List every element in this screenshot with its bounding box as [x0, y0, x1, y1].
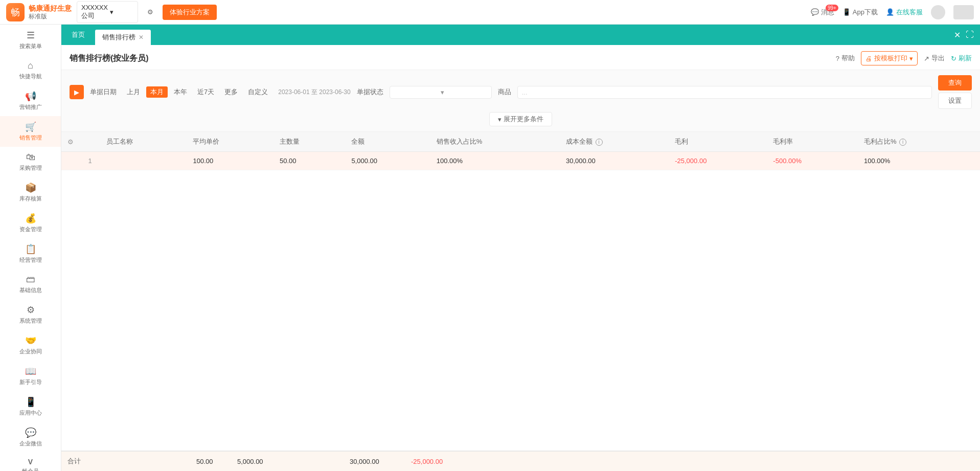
- table-row: 1 100.00 50.00 5,000.00 100.00% 30,000.0…: [61, 152, 980, 170]
- cell-settings: [61, 152, 80, 170]
- sidebar-item-inventory[interactable]: 📦 库存核算: [0, 177, 61, 208]
- date-tab-7days[interactable]: 近7天: [193, 86, 218, 98]
- filter-arrow-button[interactable]: ▶: [70, 85, 84, 99]
- trial-button[interactable]: 体验行业方案: [163, 5, 217, 20]
- footer-sales-pct: [282, 458, 344, 465]
- cost-info-icon[interactable]: i: [596, 139, 603, 146]
- app-download-button[interactable]: 📱 App下载: [842, 8, 878, 17]
- sidebar-item-enterprise[interactable]: 🤝 企业协同: [0, 330, 61, 361]
- help-button[interactable]: ? 帮助: [836, 54, 855, 63]
- page-header: 销售排行榜(按业务员) ? 帮助 🖨 按模板打印 ▾ ↗: [61, 45, 980, 70]
- message-button[interactable]: 💬 消息 99+: [811, 8, 834, 17]
- refresh-icon: ↻: [951, 55, 956, 62]
- top-bar: 畅 畅康通好生意 标准版 XXXXXX公司 ▾ ⚙ 体验行业方案 💬 消息 99…: [0, 0, 980, 25]
- sidebar-item-marketing[interactable]: 📢 营销推广: [0, 85, 61, 116]
- sidebar-item-label: 经营管理: [19, 256, 42, 264]
- sidebar-item-sales[interactable]: 🛒 销售管理: [0, 116, 61, 147]
- table-header-row: ⚙ 员工名称 平均单价 主数量 全额 销售收入占比% 成本全额 i 毛利 毛: [61, 132, 980, 152]
- sidebar-item-quicknav[interactable]: ⌂ 快捷导航: [0, 55, 61, 85]
- tab-controls: ✕ ⛶: [948, 30, 980, 40]
- money-icon: 💰: [25, 213, 36, 224]
- message-icon: 💬: [811, 8, 819, 16]
- filter-bar: ▶ 单据日期 上月 本月 本年 近7天 更多 自定义 2023-06-01 至 …: [61, 70, 980, 132]
- goods-label: 商品: [498, 87, 511, 97]
- date-tab-custom[interactable]: 自定义: [244, 86, 272, 98]
- sidebar-item-label: 库存核算: [19, 195, 42, 203]
- sidebar-item-basics[interactable]: 🗃 基础信息: [0, 269, 61, 299]
- export-button[interactable]: ↗ 导出: [924, 54, 945, 63]
- gear-icon: ⚙: [27, 304, 35, 316]
- sidebar-item-operations[interactable]: 📋 经营管理: [0, 238, 61, 269]
- cell-amount: 5,000.00: [345, 152, 430, 170]
- cell-cost: 30,000.00: [560, 152, 669, 170]
- sidebar-item-finance[interactable]: 💰 资金管理: [0, 208, 61, 238]
- table-footer: 合计 50.00 5,000.00 30,000.00 -25,000.00: [61, 451, 980, 471]
- col-amount: 全额: [345, 132, 430, 152]
- filter-row: ▶ 单据日期 上月 本月 本年 近7天 更多 自定义 2023-06-01 至 …: [70, 75, 972, 109]
- table-container: ⚙ 员工名称 平均单价 主数量 全额 销售收入占比% 成本全额 i 毛利 毛: [61, 132, 980, 451]
- app-logo: 畅: [6, 3, 25, 21]
- top-bar-left: 畅 畅康通好生意 标准版: [6, 3, 72, 21]
- message-badge: 99+: [826, 5, 838, 11]
- footer-gross-profit: -25,000.00: [405, 458, 466, 465]
- database-icon: 🗃: [26, 274, 35, 285]
- sidebar-item-label: 企业微信: [19, 440, 42, 447]
- wechat-icon: 💬: [25, 427, 36, 438]
- col-settings: ⚙: [61, 132, 80, 152]
- member-icon: V: [28, 458, 33, 466]
- maximize-icon[interactable]: ⛶: [966, 30, 974, 39]
- tab-sales-ranking[interactable]: 销售排行榜 ✕: [95, 30, 151, 45]
- status-select[interactable]: ▾: [390, 86, 492, 99]
- page-title: 销售排行榜(按业务员): [70, 53, 149, 64]
- main-area: ☰ 搜索菜单 ⌂ 快捷导航 📢 营销推广 🛒 销售管理 🛍 采购管理 📦 库: [0, 25, 980, 471]
- download-icon: 📱: [842, 8, 851, 16]
- col-rank: [80, 132, 100, 152]
- cart-icon: 🛒: [25, 121, 36, 132]
- footer-cells: 50.00 5,000.00 30,000.00 -25,000.00: [129, 458, 974, 465]
- close-window-icon[interactable]: ✕: [954, 30, 961, 40]
- sidebar-item-search[interactable]: ☰ 搜索菜单: [0, 25, 61, 55]
- date-tab-this-month[interactable]: 本月: [146, 86, 168, 98]
- expand-conditions-button[interactable]: ▾ 展开更多条件: [489, 112, 552, 126]
- refresh-button[interactable]: ↻ 刷新: [951, 54, 972, 63]
- goods-input[interactable]: ...: [517, 86, 932, 99]
- sidebar-item-label: 营销推广: [19, 103, 42, 111]
- company-selector[interactable]: XXXXXX公司 ▾: [77, 1, 138, 23]
- sidebar-item-label: 畅会员: [22, 467, 39, 471]
- avatar-text: [953, 5, 974, 19]
- sidebar-item-purchase[interactable]: 🛍 采购管理: [0, 147, 61, 177]
- avatar[interactable]: [931, 5, 945, 19]
- cell-gross-margin: -500.00%: [767, 152, 858, 170]
- set-button[interactable]: 设置: [938, 93, 972, 109]
- tab-home[interactable]: 首页: [61, 25, 95, 45]
- megaphone-icon: 📢: [25, 91, 36, 102]
- service-icon: 👤: [886, 8, 894, 16]
- date-tab-last-month[interactable]: 上月: [123, 86, 144, 98]
- chevron-down-icon: ▾: [498, 116, 502, 123]
- apps-icon: 📱: [25, 396, 36, 408]
- query-button[interactable]: 查询: [938, 75, 972, 91]
- date-tab-this-year[interactable]: 本年: [170, 86, 191, 98]
- sidebar-item-label: 应用中心: [19, 409, 42, 417]
- sidebar-item-guide[interactable]: 📖 新手引导: [0, 361, 61, 391]
- template-print-button[interactable]: 🖨 按模板打印 ▾: [861, 51, 918, 65]
- sidebar-item-apps[interactable]: 📱 应用中心: [0, 391, 61, 422]
- sidebar-item-wechat[interactable]: 💬 企业微信: [0, 422, 61, 453]
- col-employee-name: 员工名称: [100, 132, 187, 152]
- print-icon: 🖨: [865, 55, 872, 62]
- online-service-button[interactable]: 👤 在线客服: [886, 8, 923, 17]
- date-tab-more[interactable]: 更多: [220, 86, 242, 98]
- home-icon: ⌂: [28, 60, 33, 71]
- gross-pct-info-icon[interactable]: i: [899, 139, 906, 146]
- settings-button[interactable]: ⚙: [143, 5, 157, 19]
- column-settings-icon[interactable]: ⚙: [67, 138, 74, 146]
- footer-qty: 50.00: [190, 458, 231, 465]
- table-body: 1 100.00 50.00 5,000.00 100.00% 30,000.0…: [61, 152, 980, 170]
- help-icon: ?: [836, 55, 839, 62]
- sidebar-item-label: 基础信息: [19, 286, 42, 294]
- date-tabs: 上月 本月 本年 近7天 更多 自定义: [123, 86, 272, 98]
- sidebar-item-member[interactable]: V 畅会员: [0, 453, 61, 471]
- tab-close-icon[interactable]: ✕: [139, 34, 144, 41]
- sidebar-item-label: 搜索菜单: [19, 42, 42, 50]
- sidebar-item-system[interactable]: ⚙ 系统管理: [0, 299, 61, 330]
